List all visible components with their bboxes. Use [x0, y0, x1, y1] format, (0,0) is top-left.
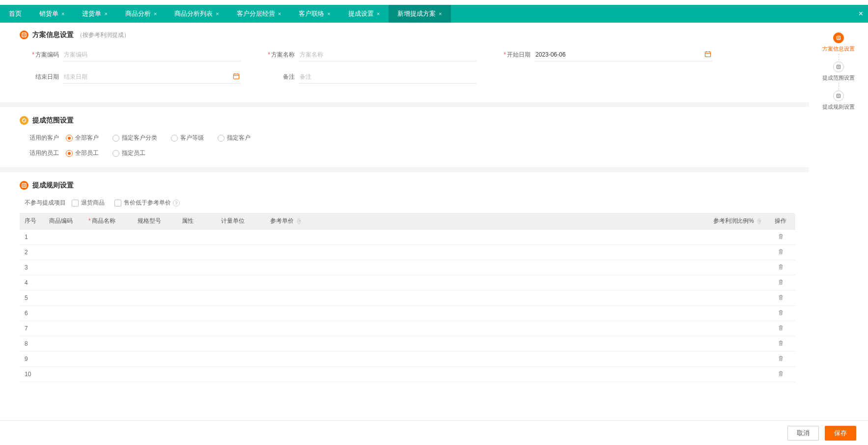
code-input[interactable]: [63, 48, 241, 61]
cell[interactable]: [314, 336, 766, 352]
trash-icon[interactable]: [778, 371, 784, 378]
help-icon[interactable]: ?: [173, 200, 180, 207]
trash-icon[interactable]: [778, 249, 784, 256]
nav-tab[interactable]: 客户分层经营×: [228, 5, 290, 23]
customer-scope-radio[interactable]: 指定客户: [218, 134, 251, 142]
cell[interactable]: [177, 275, 216, 291]
cell[interactable]: [133, 260, 177, 275]
cell[interactable]: [216, 245, 265, 260]
cell[interactable]: [216, 230, 265, 245]
cell[interactable]: [216, 367, 265, 382]
cell[interactable]: [177, 352, 216, 367]
cell[interactable]: [84, 321, 133, 336]
cell[interactable]: [314, 230, 766, 245]
table-row[interactable]: 10: [20, 367, 795, 382]
cell[interactable]: [177, 336, 216, 352]
customer-scope-radio[interactable]: 全部客户: [66, 134, 99, 142]
cell[interactable]: [314, 260, 766, 275]
cell[interactable]: [314, 245, 766, 260]
cell[interactable]: [84, 245, 133, 260]
cell[interactable]: [265, 321, 314, 336]
cell[interactable]: [265, 245, 314, 260]
cell[interactable]: [84, 367, 133, 382]
close-tab-icon[interactable]: ×: [327, 11, 330, 17]
customer-scope-radio[interactable]: 客户等级: [171, 134, 204, 142]
anchor-nav-item[interactable]: 提成范围设置: [822, 61, 855, 82]
cell[interactable]: [216, 291, 265, 306]
cell[interactable]: [84, 291, 133, 306]
cell[interactable]: [84, 260, 133, 275]
cell[interactable]: [133, 245, 177, 260]
cell[interactable]: [44, 321, 84, 336]
cell[interactable]: [265, 291, 314, 306]
nav-tab[interactable]: 新增提成方案×: [389, 5, 450, 23]
cell[interactable]: [314, 291, 766, 306]
cell[interactable]: [177, 306, 216, 321]
cell[interactable]: [314, 352, 766, 367]
cell[interactable]: [44, 260, 84, 275]
cell[interactable]: [265, 230, 314, 245]
cell[interactable]: [44, 245, 84, 260]
employee-scope-radio[interactable]: 全部员工: [66, 149, 99, 157]
cell[interactable]: [265, 260, 314, 275]
cell[interactable]: [265, 352, 314, 367]
close-tab-icon[interactable]: ×: [377, 11, 380, 17]
cell[interactable]: [177, 260, 216, 275]
trash-icon[interactable]: [778, 341, 784, 348]
nav-tab[interactable]: 首页: [0, 5, 30, 23]
table-row[interactable]: 6: [20, 306, 795, 321]
cell[interactable]: [133, 230, 177, 245]
cell[interactable]: [265, 367, 314, 382]
table-row[interactable]: 7: [20, 321, 795, 336]
close-tab-icon[interactable]: ×: [61, 11, 64, 17]
cell[interactable]: [314, 367, 766, 382]
trash-icon[interactable]: [778, 310, 784, 317]
help-icon[interactable]: ?: [757, 218, 761, 224]
remark-input[interactable]: [299, 70, 476, 84]
cell[interactable]: [84, 306, 133, 321]
cell[interactable]: [216, 352, 265, 367]
cell[interactable]: [216, 306, 265, 321]
nav-tab[interactable]: 客户联络×: [290, 5, 339, 23]
cell[interactable]: [265, 275, 314, 291]
start-date-input[interactable]: [534, 48, 712, 61]
cell[interactable]: [44, 352, 84, 367]
cell[interactable]: [84, 275, 133, 291]
cell[interactable]: [133, 352, 177, 367]
anchor-nav-item[interactable]: 方案信息设置: [822, 32, 855, 53]
cell[interactable]: [133, 275, 177, 291]
cell[interactable]: [177, 230, 216, 245]
cell[interactable]: [133, 321, 177, 336]
exclude-checkbox[interactable]: 售价低于参考单价?: [114, 199, 180, 207]
table-row[interactable]: 4: [20, 275, 795, 291]
trash-icon[interactable]: [778, 295, 784, 302]
help-icon[interactable]: ?: [297, 218, 301, 224]
trash-icon[interactable]: [778, 356, 784, 363]
table-row[interactable]: 5: [20, 291, 795, 306]
cell[interactable]: [216, 321, 265, 336]
close-tab-icon[interactable]: ×: [278, 11, 281, 17]
anchor-nav-item[interactable]: 提成规则设置: [822, 90, 855, 111]
table-row[interactable]: 1: [20, 230, 795, 245]
cell[interactable]: [314, 275, 766, 291]
table-row[interactable]: 9: [20, 352, 795, 367]
cell[interactable]: [314, 306, 766, 321]
close-all-tabs-icon[interactable]: ×: [859, 5, 863, 23]
cell[interactable]: [177, 321, 216, 336]
cell[interactable]: [216, 260, 265, 275]
cell[interactable]: [44, 275, 84, 291]
cell[interactable]: [177, 291, 216, 306]
close-tab-icon[interactable]: ×: [439, 11, 442, 17]
cell[interactable]: [44, 367, 84, 382]
table-row[interactable]: 8: [20, 336, 795, 352]
cell[interactable]: [216, 336, 265, 352]
cell[interactable]: [44, 291, 84, 306]
cell[interactable]: [177, 245, 216, 260]
cell[interactable]: [216, 275, 265, 291]
cell[interactable]: [44, 336, 84, 352]
cell[interactable]: [133, 291, 177, 306]
cell[interactable]: [265, 306, 314, 321]
cell[interactable]: [84, 352, 133, 367]
table-row[interactable]: 3: [20, 260, 795, 275]
name-input[interactable]: [299, 48, 476, 61]
